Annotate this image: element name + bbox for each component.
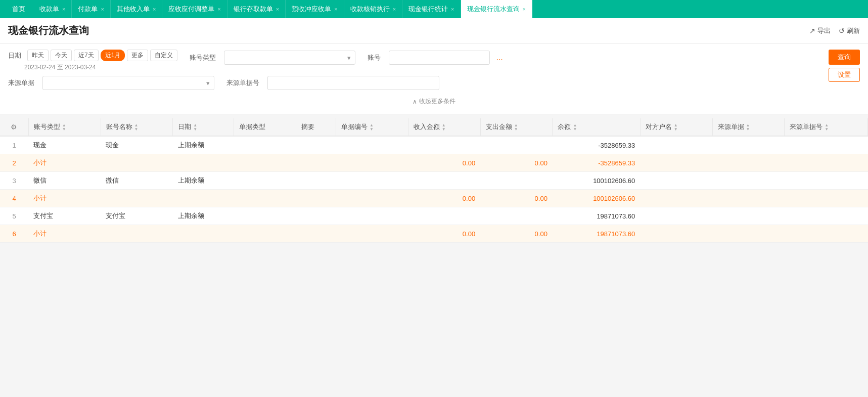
close-tab-icon[interactable]: × <box>62 6 65 12</box>
cell-account-name <box>101 225 173 243</box>
account-type-select[interactable]: ▾ <box>224 51 355 65</box>
sort-expense[interactable]: ▲▼ <box>514 123 518 131</box>
cell-account-type: 小计 <box>28 190 101 207</box>
source-doc-no-label: 来源单据号 <box>226 78 259 87</box>
gear-icon[interactable]: ⚙ <box>11 123 17 131</box>
account-input-group <box>389 51 490 65</box>
col-balance: 余额▲▼ <box>553 118 640 136</box>
cell-summary <box>296 190 336 207</box>
sort-source-doc-no[interactable]: ▲▼ <box>825 123 829 131</box>
cell-account-type: 现金 <box>28 136 101 154</box>
cell-source-doc-no <box>785 207 868 225</box>
date-btn-yesterday[interactable]: 昨天 <box>27 50 49 61</box>
chevron-up-icon: ∧ <box>413 98 417 105</box>
query-button[interactable]: 查询 <box>829 50 860 65</box>
nav-tab-其他收入单[interactable]: 其他收入单× <box>111 0 162 18</box>
nav-tab-收款核销执行[interactable]: 收款核销执行× <box>344 0 402 18</box>
nav-tab-付款单[interactable]: 付款单× <box>72 0 110 18</box>
cell-doc-no <box>336 207 408 225</box>
collapse-btn[interactable]: ∧ 收起更多条件 <box>8 95 860 110</box>
col-expense: 支出金额▲▼ <box>480 118 553 136</box>
col-gear[interactable]: ⚙ <box>0 118 28 136</box>
table-row: 5支付宝支付宝上期余额19871073.60 <box>0 207 868 225</box>
page-header: 现金银行流水查询 ↗ 导出 ↺ 刷新 <box>0 18 868 43</box>
nav-tab-应收应付调整单[interactable]: 应收应付调整单× <box>162 0 227 18</box>
settings-button[interactable]: 设置 <box>829 68 860 82</box>
col-doc-type: 单据类型 <box>234 118 296 136</box>
close-tab-icon[interactable]: × <box>334 6 337 12</box>
cell-income <box>408 136 480 154</box>
cell-expense <box>480 172 553 190</box>
cell-seq: 4 <box>0 190 28 207</box>
date-btn-more[interactable]: 更多 <box>127 50 148 61</box>
header-actions: ↗ 导出 ↺ 刷新 <box>809 26 860 35</box>
cell-counterpart <box>640 225 712 243</box>
cell-expense <box>480 207 553 225</box>
cell-income: 0.00 <box>408 225 480 243</box>
close-tab-icon[interactable]: × <box>101 6 104 12</box>
close-tab-icon[interactable]: × <box>217 6 220 12</box>
cell-account-type: 微信 <box>28 172 101 190</box>
nav-tab-现金银行统计[interactable]: 现金银行统计× <box>402 0 461 18</box>
cell-doc-type <box>234 172 296 190</box>
col-income: 收入金额▲▼ <box>408 118 480 136</box>
cell-income <box>408 172 480 190</box>
source-doc-no-input-group <box>267 76 439 90</box>
col-source-doc-no: 来源单据号▲▼ <box>785 118 868 136</box>
cell-date <box>173 190 234 207</box>
col-source-doc: 来源单据▲▼ <box>712 118 785 136</box>
account-dots-btn[interactable]: ... <box>494 53 505 62</box>
date-btn-1month[interactable]: 近1月 <box>101 50 125 61</box>
table-row: 4小计0.000.00100102606.60 <box>0 190 868 207</box>
date-btn-custom[interactable]: 自定义 <box>150 50 177 61</box>
sort-date[interactable]: ▲▼ <box>193 123 197 131</box>
nav-tab-现金银行流水查询[interactable]: 现金银行流水查询× <box>461 0 532 18</box>
sort-balance[interactable]: ▲▼ <box>573 123 577 131</box>
cell-counterpart <box>640 172 712 190</box>
source-doc-no-input[interactable] <box>272 79 435 87</box>
sort-source-doc[interactable]: ▲▼ <box>746 123 750 131</box>
cell-expense: 0.00 <box>480 154 553 172</box>
close-tab-icon[interactable]: × <box>153 6 156 12</box>
sort-counterpart[interactable]: ▲▼ <box>674 123 678 131</box>
col-account-type: 账号类型▲▼ <box>28 118 101 136</box>
cell-doc-no <box>336 136 408 154</box>
date-quick-btns: 昨天 今天 近7天 近1月 更多 自定义 <box>27 50 177 61</box>
account-input[interactable] <box>393 54 485 62</box>
cell-seq: 5 <box>0 207 28 225</box>
source-doc-chevron: ▾ <box>206 79 210 87</box>
col-date: 日期▲▼ <box>173 118 234 136</box>
cell-account-name <box>101 154 173 172</box>
cell-summary <box>296 172 336 190</box>
refresh-button[interactable]: ↺ 刷新 <box>839 26 860 35</box>
date-btn-7days[interactable]: 近7天 <box>74 50 99 61</box>
cell-account-type: 支付宝 <box>28 207 101 225</box>
refresh-icon: ↺ <box>839 27 845 35</box>
sort-doc-no[interactable]: ▲▼ <box>370 123 374 131</box>
source-doc-label: 来源单据 <box>8 78 34 87</box>
cell-doc-no <box>336 225 408 243</box>
nav-home[interactable]: 首页 <box>4 0 33 18</box>
close-tab-icon[interactable]: × <box>393 6 396 12</box>
account-label: 账号 <box>368 53 381 62</box>
cell-summary <box>296 136 336 154</box>
export-button[interactable]: ↗ 导出 <box>809 26 831 35</box>
close-tab-icon[interactable]: × <box>451 6 454 12</box>
sort-account-type[interactable]: ▲▼ <box>62 123 66 131</box>
cell-account-name: 支付宝 <box>101 207 173 225</box>
cell-counterpart <box>640 190 712 207</box>
cell-balance: 19871073.60 <box>553 207 640 225</box>
date-label: 日期 <box>8 51 21 60</box>
nav-tab-预收冲应收单[interactable]: 预收冲应收单× <box>286 0 344 18</box>
sort-account-name[interactable]: ▲▼ <box>134 123 139 131</box>
date-btn-today[interactable]: 今天 <box>51 50 72 61</box>
nav-tab-收款单[interactable]: 收款单× <box>33 0 72 18</box>
table-row: 6小计0.000.0019871073.60 <box>0 225 868 243</box>
nav-tab-银行存取款单[interactable]: 银行存取款单× <box>227 0 286 18</box>
close-tab-icon[interactable]: × <box>276 6 279 12</box>
cell-source-doc <box>712 154 785 172</box>
close-tab-icon[interactable]: × <box>523 6 526 12</box>
sort-income[interactable]: ▲▼ <box>442 123 446 131</box>
source-doc-select[interactable]: ▾ <box>42 76 214 90</box>
cell-doc-no <box>336 190 408 207</box>
